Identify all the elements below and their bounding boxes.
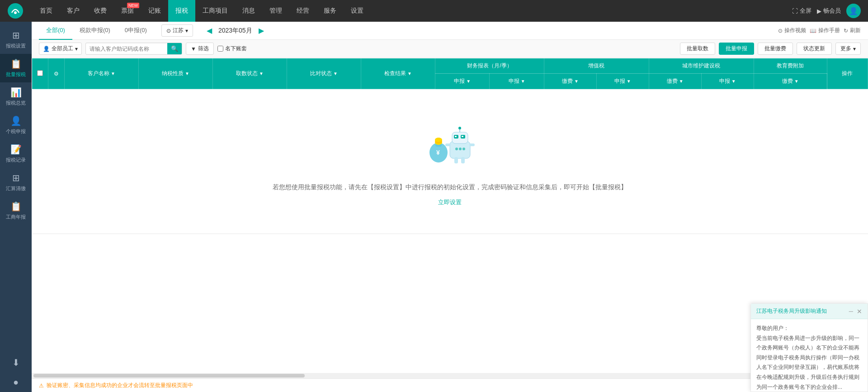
horizontal-scrollbar[interactable] xyxy=(32,373,868,378)
tax-overview-icon: 📊 xyxy=(10,87,22,98)
video-action[interactable]: ⊙ 操作视频 xyxy=(778,27,806,34)
search-button[interactable]: 🔍 xyxy=(167,43,182,54)
search-input[interactable] xyxy=(86,44,167,54)
nav-home[interactable]: 首页 xyxy=(33,0,60,22)
notification-title: 江苏电子税务局升级影响通知 xyxy=(756,307,827,315)
app-logo[interactable] xyxy=(7,3,24,19)
status-update-btn[interactable]: 状态更新 xyxy=(797,43,832,55)
refresh-action[interactable]: ↻ 刷新 xyxy=(844,27,861,34)
sidebar-item-annual-report[interactable]: 📋 工商年报 xyxy=(0,196,32,225)
col-check-result: 检查结果▼ xyxy=(361,58,435,89)
nav-customer[interactable]: 客户 xyxy=(60,0,87,22)
member-btn[interactable]: ▶ 畅会员 xyxy=(817,7,841,15)
tab-bar: 全部(0) 税款申报(0) 0申报(0) ⊙ 江苏 ▾ ◀ 2023年05月 ▶… xyxy=(32,22,868,40)
col-vat-dec-filter-icon[interactable]: ▼ xyxy=(521,79,525,84)
col-urban-declare: 申报▼ xyxy=(596,74,649,89)
nav-accounting[interactable]: 记账 xyxy=(141,0,168,22)
tab-all[interactable]: 全部(0) xyxy=(39,22,72,40)
personal-tax-icon: 👤 xyxy=(10,115,22,126)
sidebar-item-help[interactable]: ● xyxy=(0,373,32,392)
sidebar-item-tax-record[interactable]: 📝 报税记录 xyxy=(0,139,32,168)
sidebar-item-tax-overview[interactable]: 📊 报税总览 xyxy=(0,82,32,111)
batch-declare-btn[interactable]: 批量申报 xyxy=(719,43,754,55)
col-edu-pay-filter-icon[interactable]: ▼ xyxy=(794,79,799,84)
download-icon: ⬇ xyxy=(12,357,20,368)
batch-fetch-btn[interactable]: 批量取数 xyxy=(680,43,715,55)
notification-minimize-icon[interactable]: ─ xyxy=(849,308,853,315)
nav-tax[interactable]: 报税 xyxy=(168,0,195,22)
h-scroll-thumb[interactable] xyxy=(33,374,305,378)
annual-settle-icon: ⊞ xyxy=(12,172,20,183)
manual-action[interactable]: 📖 操作手册 xyxy=(810,27,840,34)
col-fetch-status-filter-icon[interactable]: ▼ xyxy=(259,71,264,76)
sidebar-item-annual-settle[interactable]: ⊞ 汇算清缴 xyxy=(0,168,32,196)
content-main: ⚙ 客户名称▼ 纳税性质▼ 取数状态▼ xyxy=(32,58,868,392)
settings-col-icon[interactable]: ⚙ xyxy=(54,71,59,77)
col-vat-pay-filter-icon[interactable]: ▼ xyxy=(574,79,579,84)
col-financial-declare: 申报▼ xyxy=(435,74,489,89)
tab-zero-declare[interactable]: 0申报(0) xyxy=(118,22,154,40)
bottom-status: ⚠ 验证账密、采集信息均成功的企业才会流转至批量报税页面中 xyxy=(32,378,868,392)
account-checkbox-label[interactable]: 名下账套 xyxy=(217,45,247,53)
nav-invoice[interactable]: 票据 NEW xyxy=(114,0,141,22)
svg-point-1 xyxy=(14,11,17,14)
svg-rect-18 xyxy=(454,157,458,163)
col-vat-pay: 缴费▼ xyxy=(544,74,596,89)
table-container[interactable]: ⚙ 客户名称▼ 纳税性质▼ 取数状态▼ xyxy=(32,58,868,373)
fullscreen-btn[interactable]: ⛶ 全屏 xyxy=(792,7,811,15)
col-check-result-filter-icon[interactable]: ▼ xyxy=(407,71,412,76)
nav-operate[interactable]: 经营 xyxy=(289,0,316,22)
nav-message[interactable]: 消息 xyxy=(235,0,262,22)
employee-chevron-icon: ▾ xyxy=(75,46,78,52)
sidebar-item-personal-tax[interactable]: 👤 个税申报 xyxy=(0,111,32,139)
employee-filter[interactable]: 👤 全部员工 ▾ xyxy=(39,43,82,55)
nav-fee[interactable]: 收费 xyxy=(87,0,114,22)
user-avatar[interactable]: 👤 xyxy=(846,4,861,18)
nav-manage[interactable]: 管理 xyxy=(262,0,289,22)
batch-pay-btn[interactable]: 批量缴费 xyxy=(758,43,793,55)
col-edu-surcharge: 教育费附加 xyxy=(754,58,827,74)
sidebar-item-download[interactable]: ⬇ xyxy=(0,353,32,373)
nav-settings[interactable]: 设置 xyxy=(344,0,371,22)
sidebar-item-tax-settings[interactable]: ⊞ 报税设置 xyxy=(0,25,32,54)
notification-greeting: 尊敬的用户： xyxy=(756,324,862,334)
province-selector[interactable]: ⊙ 江苏 ▾ xyxy=(161,24,193,37)
col-vat-declare: 申报▼ xyxy=(490,74,544,89)
date-prev-btn[interactable]: ◀ xyxy=(204,25,215,36)
col-edu-dec-filter-icon[interactable]: ▼ xyxy=(731,79,736,84)
col-customer-name: 客户名称▼ xyxy=(65,58,139,89)
col-customer-filter-icon[interactable]: ▼ xyxy=(111,71,115,76)
sidebar-item-batch-tax[interactable]: 📋 批量报税 xyxy=(0,54,32,82)
col-urban-pay-filter-icon[interactable]: ▼ xyxy=(679,79,684,84)
col-urban-dec-filter-icon[interactable]: ▼ xyxy=(627,79,631,84)
col-compare-status-filter-icon[interactable]: ▼ xyxy=(333,71,338,76)
nav-service[interactable]: 服务 xyxy=(316,0,344,22)
svg-point-20 xyxy=(455,148,458,150)
tab-bar-right: ⊙ 操作视频 📖 操作手册 ↻ 刷新 xyxy=(778,27,861,34)
date-next-btn[interactable]: ▶ xyxy=(256,25,267,36)
col-urban-tax: 城市维护建设税 xyxy=(649,58,754,74)
svg-point-21 xyxy=(459,148,462,150)
tax-settings-icon: ⊞ xyxy=(12,30,20,41)
svg-rect-17 xyxy=(469,143,475,146)
empty-row: ¥ xyxy=(32,89,868,234)
filter-btn[interactable]: ▼ 筛选 xyxy=(186,43,214,55)
col-tax-nature: 纳税性质▼ xyxy=(138,58,212,89)
sidebar-label-annual-report: 工商年报 xyxy=(6,214,26,220)
col-edu-pay: 缴费▼ xyxy=(754,74,827,89)
select-all-checkbox[interactable] xyxy=(37,70,43,76)
account-checkbox[interactable] xyxy=(217,46,223,52)
nav-business[interactable]: 工商项目 xyxy=(195,0,235,22)
setup-link[interactable]: 立即设置 xyxy=(438,198,462,206)
employee-label: 全部员工 xyxy=(52,45,73,53)
notification-close-btn[interactable]: ✕ xyxy=(857,308,862,315)
col-fin-dec-filter-icon[interactable]: ▼ xyxy=(466,79,471,84)
empty-state: ¥ xyxy=(37,98,863,225)
svg-rect-13 xyxy=(462,136,463,137)
tab-tax-declare[interactable]: 税款申报(0) xyxy=(72,22,118,40)
more-btn[interactable]: 更多 ▾ xyxy=(835,43,861,55)
col-fetch-status: 取数状态▼ xyxy=(212,58,287,89)
employee-icon: 👤 xyxy=(43,46,50,52)
col-tax-nature-filter-icon[interactable]: ▼ xyxy=(185,71,189,76)
refresh-icon: ↻ xyxy=(844,28,848,34)
